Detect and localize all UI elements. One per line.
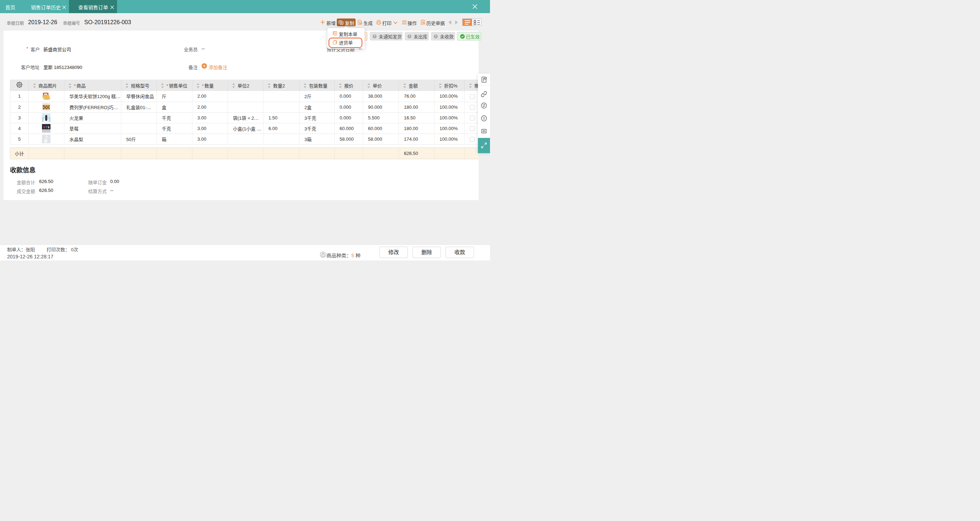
svg-text:欠: 欠	[482, 117, 485, 120]
